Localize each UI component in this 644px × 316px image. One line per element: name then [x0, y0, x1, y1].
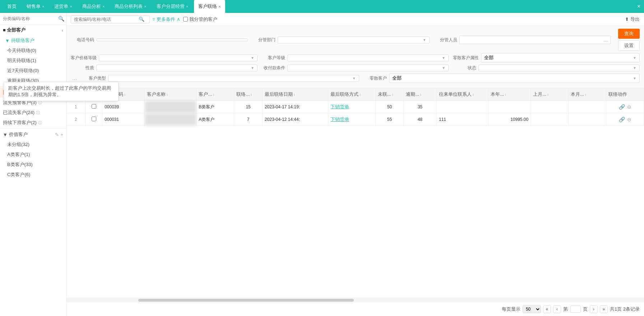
sidebar-item-today-contact[interactable]: 今天待联络(0)	[0, 46, 66, 56]
settings-button[interactable]: 设置	[618, 40, 640, 51]
nature-select[interactable]: ▼	[96, 65, 258, 71]
sidebar-search-input[interactable]	[3, 16, 57, 21]
prev-page-button[interactable]: ‹	[553, 305, 561, 313]
cell-customer-name[interactable]	[145, 113, 196, 126]
nav-tab-customer-contact[interactable]: 客户联络 ×	[194, 0, 225, 13]
contact-add-icon[interactable]: ⊖	[627, 104, 631, 110]
last-page-button[interactable]: »	[600, 305, 608, 313]
filter-bar: 🔍 ▿ 更多条件 ∧ 我分管的客户 ⬆ 导出	[66, 13, 644, 26]
nav-tab-purchase[interactable]: 进货单 ×	[50, 0, 76, 13]
close-icon[interactable]: ×	[144, 4, 146, 9]
filter-cell-customer-grade: 客户等级 ▼	[262, 55, 449, 61]
filter-search-input[interactable]	[74, 17, 139, 22]
cell-last-contact-method[interactable]: 下销货单	[328, 101, 375, 113]
close-icon[interactable]: ×	[102, 4, 105, 9]
close-all-tabs-icon[interactable]: ×	[637, 3, 640, 10]
contact-add-icon[interactable]: ⊖	[627, 117, 631, 122]
cell-index: 2	[66, 113, 85, 126]
contact-method-link[interactable]: 下销货单	[330, 104, 349, 109]
customer-type-select[interactable]: ▼	[108, 75, 359, 82]
sidebar-item-class-c[interactable]: C类客户(6)	[0, 170, 66, 180]
row-checkbox[interactable]	[92, 117, 96, 121]
nav-tab-product-list[interactable]: 商品分析列表 ×	[110, 0, 150, 13]
sidebar-item-class-b[interactable]: B类客户(33)	[0, 160, 66, 170]
sort-icon[interactable]: ↕	[213, 93, 214, 96]
person-select[interactable]: ...	[459, 36, 611, 44]
horizontal-scrollbar[interactable]	[66, 298, 644, 302]
sidebar-group-value-customer[interactable]: ▼ 价值客户 ✎ +	[0, 129, 66, 140]
first-page-button[interactable]: «	[543, 305, 551, 313]
dept-select[interactable]: ▼	[278, 37, 429, 43]
sort-icon[interactable]: ↕	[293, 93, 295, 96]
nav-tab-customer-tier[interactable]: 客户分层经营 ×	[152, 0, 193, 13]
next-page-button[interactable]: ›	[590, 305, 598, 313]
close-icon[interactable]: ×	[186, 4, 188, 9]
my-customer-check[interactable]	[183, 17, 188, 22]
my-customer-checkbox[interactable]: 我分管的客户	[183, 16, 217, 23]
edit-icon[interactable]: ✎	[55, 132, 59, 137]
nav-tab-sales[interactable]: 销售单 ×	[22, 0, 48, 13]
price-tier-select[interactable]: ▼	[99, 55, 258, 61]
status-select[interactable]: ▼	[478, 65, 640, 71]
collapse-icon[interactable]: ‹	[62, 28, 63, 33]
contact-detail-icon[interactable]: 🔗	[619, 117, 625, 122]
nav-tab-product-analysis[interactable]: 商品分析 ×	[78, 0, 109, 13]
sort-icon[interactable]: ↕	[250, 93, 252, 96]
cell-checkbox[interactable]	[85, 113, 102, 126]
sidebar-divider-2	[0, 128, 66, 129]
retail-attr-select[interactable]: 全部▼	[481, 53, 640, 62]
sidebar-item-7day-contact[interactable]: 近7天待联络(0)	[0, 66, 66, 76]
sidebar-item-declining[interactable]: 持续下滑客户(2) ⓘ	[0, 118, 66, 128]
filter-cell-dept: 分管部门 ▼	[252, 37, 429, 43]
info-icon: ⓘ	[36, 110, 40, 115]
retail-customer-select[interactable]: 全部▼	[389, 74, 640, 83]
contact-detail-icon[interactable]: 🔗	[619, 104, 625, 110]
scrollbar-thumb[interactable]	[138, 299, 354, 302]
sort-icon[interactable]: ↕	[472, 93, 474, 96]
more-conditions-button[interactable]: ▿ 更多条件 ∧	[153, 16, 180, 23]
cell-this-year: 10995.00	[488, 113, 531, 126]
customer-table: ⚙ 客户编码↕ 客户名称↕ 客户...↕ 联络...↕ 最后联络日期↕ 最后联络…	[66, 88, 644, 126]
sort-icon[interactable]: ↕	[124, 93, 126, 96]
sort-icon[interactable]: ↕	[505, 93, 506, 96]
search-icon[interactable]: 🔍	[139, 16, 144, 22]
table-header-row: ⚙ 客户编码↕ 客户名称↕ 客户...↕ 联络...↕ 最后联络日期↕ 最后联络…	[66, 88, 644, 101]
customer-grade-select[interactable]: ▼	[287, 55, 449, 61]
nav-tab-home[interactable]: 首页	[3, 0, 21, 13]
sort-icon[interactable]: ↕	[392, 93, 393, 96]
sidebar-group-pending-contact[interactable]: ▼ 待联络客户	[0, 36, 66, 46]
cell-customer-name[interactable]	[145, 101, 196, 113]
filter-icon: ▿	[153, 16, 155, 22]
close-icon[interactable]: ×	[70, 4, 72, 9]
more-dots-icon[interactable]: ...	[71, 75, 78, 81]
all-customers-title: ■ 全部客户 ‹	[0, 25, 66, 36]
sort-icon[interactable]: ↕	[166, 93, 168, 96]
cell-last-contact-method[interactable]: 下销货单	[328, 113, 375, 126]
query-button[interactable]: 查询	[618, 29, 640, 39]
sidebar-item-tomorrow-contact[interactable]: 明天待联络(1)	[0, 56, 66, 66]
payment-select[interactable]: ▼	[287, 65, 449, 71]
sort-icon[interactable]: ↕	[585, 93, 587, 96]
sort-icon[interactable]: ↕	[359, 93, 361, 96]
cell-unread: 55	[375, 113, 404, 126]
sort-icon[interactable]: ↕	[547, 93, 549, 96]
row-checkbox[interactable]	[92, 104, 96, 109]
close-icon[interactable]: ×	[218, 4, 221, 9]
cell-customer-code: 000031	[102, 113, 145, 126]
phone-input[interactable]	[96, 38, 248, 41]
cell-checkbox[interactable]	[85, 101, 102, 113]
filter-actions: 查询 设置	[618, 29, 640, 51]
close-icon[interactable]: ×	[42, 4, 44, 9]
sort-icon[interactable]: ↕	[420, 93, 422, 96]
search-icon[interactable]: 🔍	[58, 16, 64, 22]
sidebar-item-class-a[interactable]: A类客户(1)	[0, 150, 66, 160]
page-number-input[interactable]: 1	[570, 306, 581, 313]
sidebar-item-lost-customers[interactable]: 已流失客户(24) ⓘ	[0, 108, 66, 118]
sidebar-item-ungroup[interactable]: 未分组(32)	[0, 140, 66, 150]
tooltip-box: 距客户上次交易时长，超过了此客户的平均交易周期的1.5倍，则视为异常。	[4, 82, 119, 101]
plus-icon[interactable]: +	[60, 132, 63, 137]
export-button[interactable]: ⬆ 导出	[625, 16, 640, 23]
contact-method-link[interactable]: 下销货单	[330, 117, 349, 122]
per-page-select[interactable]: 50 100 200	[523, 305, 541, 313]
th-last-contact-method: 最后联络方式↕	[328, 88, 375, 101]
